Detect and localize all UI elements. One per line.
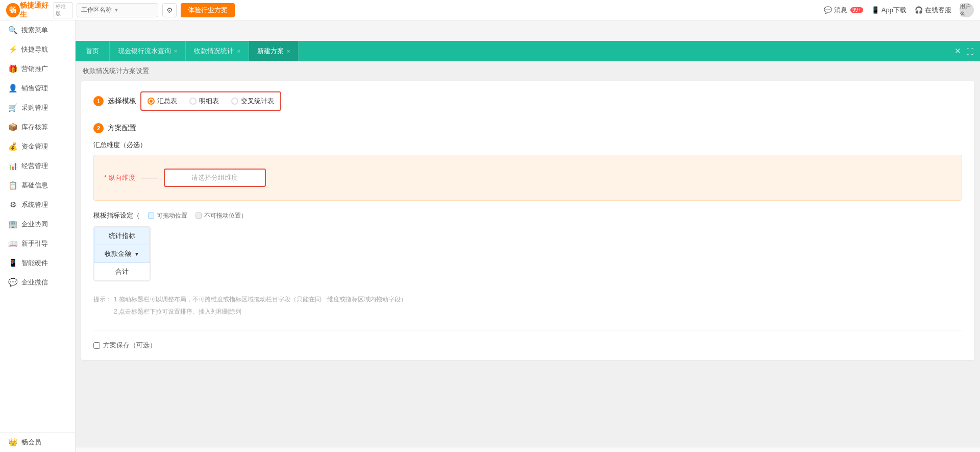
sidebar-item-system[interactable]: ⚙ 系统管理 bbox=[0, 195, 75, 215]
save-checkbox[interactable] bbox=[93, 342, 100, 349]
user-avatar[interactable]: 用户名 bbox=[960, 3, 974, 17]
sidebar-label: 资金管理 bbox=[21, 142, 48, 151]
radio-cross-label: 交叉统计表 bbox=[241, 97, 274, 106]
app-download-icon: 📱 bbox=[871, 6, 879, 14]
tab-close-icon[interactable]: ✕ bbox=[954, 46, 961, 56]
tab-receipt-stats-close-icon[interactable]: × bbox=[237, 48, 240, 54]
radio-summary[interactable] bbox=[148, 98, 155, 105]
form-card: 1 选择模板 汇总表 明细表 交叉统计表 bbox=[81, 81, 975, 361]
sidebar-item-inventory[interactable]: 📦 库存核算 bbox=[0, 117, 75, 137]
indicator-col-amount[interactable]: 收款金额 ▼ bbox=[94, 245, 150, 263]
sidebar-item-sales[interactable]: 👤 销售管理 bbox=[0, 79, 75, 98]
sidebar-label: 快捷导航 bbox=[21, 45, 48, 54]
search-menu-icon: 🔍 bbox=[8, 26, 17, 35]
inventory-icon: 📦 bbox=[8, 123, 17, 132]
indicator-title: 模板指标设定（ bbox=[93, 211, 140, 220]
settings-icon[interactable]: ⚙ bbox=[162, 3, 177, 17]
sidebar-label: 搜索菜单 bbox=[21, 26, 48, 35]
radio-summary-label: 汇总表 bbox=[157, 97, 177, 106]
online-service-action[interactable]: 🎧 在线客服 bbox=[915, 6, 951, 15]
indicator-section: 模板指标设定（ 可拖动位置 不可拖动位置） bbox=[93, 211, 962, 283]
sidebar-item-wechat[interactable]: 💬 企业微信 bbox=[0, 273, 75, 292]
tab-home[interactable]: 首页 bbox=[76, 41, 110, 61]
template-selection: 汇总表 明细表 交叉统计表 bbox=[140, 91, 281, 111]
tip-label: 提示： bbox=[93, 293, 112, 305]
system-icon: ⚙ bbox=[8, 200, 17, 209]
legend-movable: 可拖动位置 bbox=[148, 211, 187, 220]
radio-cross[interactable] bbox=[231, 98, 238, 105]
template-option-detail[interactable]: 明细表 bbox=[189, 97, 219, 106]
header-right: 💬 消息 99+ 📱 App下载 🎧 在线客服 用户名 bbox=[824, 3, 974, 17]
tab-bar-actions: ✕ ⛶ bbox=[948, 41, 980, 61]
main-content: 首页 现金银行流水查询 × 收款情况统计 × 新建方案 × ✕ ⛶ 收款情况统计… bbox=[76, 20, 980, 452]
tab-new-plan-label: 新建方案 bbox=[257, 46, 284, 56]
tab-fullscreen-icon[interactable]: ⛶ bbox=[966, 47, 974, 56]
indicator-legend: 可拖动位置 不可拖动位置） bbox=[148, 211, 247, 220]
trial-button[interactable]: 体验行业方案 bbox=[181, 3, 235, 17]
header-left: 畅 畅捷通好生 标准版 工作区名称 ▼ ⚙ 体验行业方案 bbox=[6, 3, 235, 18]
wechat-icon: 💬 bbox=[8, 278, 17, 287]
indicator-table: 统计指标 收款金额 ▼ bbox=[94, 227, 150, 281]
sidebar-label: 采购管理 bbox=[21, 103, 48, 112]
sidebar-item-guide[interactable]: 📖 新手引导 bbox=[0, 234, 75, 253]
tip-1: 提示： 1.拖动标题栏可以调整布局，不可跨维度或指标区域拖动栏目字段（只能在同一… bbox=[93, 293, 962, 305]
purchase-icon: 🛒 bbox=[8, 103, 17, 112]
tab-new-plan[interactable]: 新建方案 × bbox=[249, 41, 299, 61]
brand-name: 畅捷通好生 bbox=[20, 1, 54, 19]
operation-icon: 📊 bbox=[8, 161, 17, 171]
sidebar-item-finance[interactable]: 💰 资金管理 bbox=[0, 137, 75, 156]
sidebar-item-operation[interactable]: 📊 经营管理 bbox=[0, 156, 75, 176]
guide-icon: 📖 bbox=[8, 239, 17, 248]
sidebar-item-member[interactable]: 👑 畅会员 bbox=[0, 432, 75, 452]
sidebar-label: 基础信息 bbox=[21, 181, 48, 190]
separator bbox=[93, 330, 962, 330]
sidebar-item-search-menu[interactable]: 🔍 搜索菜单 bbox=[0, 20, 75, 40]
workspace-selector[interactable]: 工作区名称 ▼ bbox=[77, 3, 158, 17]
sidebar-item-quick-nav[interactable]: ⚡ 快捷导航 bbox=[0, 40, 75, 59]
sidebar-item-purchase[interactable]: 🛒 采购管理 bbox=[0, 98, 75, 117]
legend-movable-label: 可拖动位置 bbox=[157, 211, 187, 220]
dimension-placeholder: 请选择分组维度 bbox=[191, 173, 238, 182]
basic-info-icon: 📋 bbox=[8, 181, 17, 190]
page-area: 收款情况统计方案设置 1 选择模板 汇总表 明细表 bbox=[76, 61, 980, 447]
marketing-icon: 🎁 bbox=[8, 64, 17, 74]
tab-receipt-stats-label: 收款情况统计 bbox=[194, 46, 234, 56]
dimension-arrow-icon: —— bbox=[141, 173, 158, 182]
template-option-summary[interactable]: 汇总表 bbox=[148, 97, 177, 106]
sidebar-label: 系统管理 bbox=[21, 200, 48, 209]
sidebar-label: 企业协同 bbox=[21, 220, 48, 229]
step1-header: 1 选择模板 汇总表 明细表 交叉统计表 bbox=[93, 91, 962, 111]
message-label: 消息 bbox=[834, 6, 847, 15]
sales-icon: 👤 bbox=[8, 84, 17, 93]
indicator-table-container: 统计指标 收款金额 ▼ bbox=[93, 226, 151, 281]
tab-new-plan-close-icon[interactable]: × bbox=[287, 48, 290, 54]
tips-section: 提示： 1.拖动标题栏可以调整布局，不可跨维度或指标区域拖动栏目字段（只能在同一… bbox=[93, 293, 962, 318]
dimension-selector[interactable]: 请选择分组维度 bbox=[164, 169, 266, 187]
stats-indicator-header: 统计指标 bbox=[94, 227, 150, 245]
sidebar-label: 经营管理 bbox=[21, 161, 48, 171]
sidebar-label: 畅会员 bbox=[21, 438, 41, 447]
sidebar-item-marketing[interactable]: 🎁 营销推广 bbox=[0, 59, 75, 79]
workspace-name: 工作区名称 bbox=[81, 6, 112, 14]
sidebar-item-basic-info[interactable]: 📋 基础信息 bbox=[0, 176, 75, 195]
sidebar-item-smart-hw[interactable]: 📱 智能硬件 bbox=[0, 253, 75, 273]
template-option-cross[interactable]: 交叉统计表 bbox=[231, 97, 274, 106]
page-title: 收款情况统计方案设置 bbox=[81, 66, 975, 76]
legend-fixed-label: 不可拖动位置） bbox=[204, 211, 247, 220]
sidebar-item-enterprise[interactable]: 🏢 企业协同 bbox=[0, 215, 75, 234]
sidebar-label: 库存核算 bbox=[21, 123, 48, 132]
tab-cash-bank-close-icon[interactable]: × bbox=[174, 48, 177, 54]
step1-section: 1 选择模板 汇总表 明细表 交叉统计表 bbox=[93, 91, 962, 111]
sidebar-label: 企业微信 bbox=[21, 278, 48, 287]
tab-receipt-stats[interactable]: 收款情况统计 × bbox=[186, 41, 249, 61]
message-action[interactable]: 💬 消息 99+ bbox=[824, 6, 863, 15]
user-name: 用户名 bbox=[960, 3, 974, 18]
sidebar-label: 新手引导 bbox=[21, 239, 48, 248]
app-download-label: App下载 bbox=[881, 6, 906, 15]
app-download-action[interactable]: 📱 App下载 bbox=[871, 6, 906, 15]
workspace-arrow-icon: ▼ bbox=[114, 7, 119, 13]
tab-home-label: 首页 bbox=[86, 46, 99, 56]
radio-detail[interactable] bbox=[189, 98, 197, 105]
enterprise-icon: 🏢 bbox=[8, 220, 17, 229]
tab-cash-bank[interactable]: 现金银行流水查询 × bbox=[110, 41, 186, 61]
